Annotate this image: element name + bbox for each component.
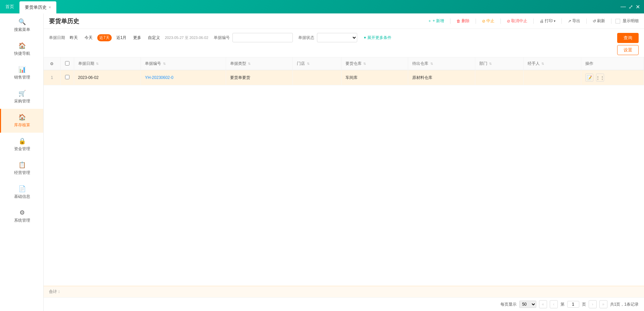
new-icon: ＋ xyxy=(428,18,432,24)
filter-fields: 单据日期 昨天 今天 近7天 近1月 更多 自定义 2023-05-27 至 2… xyxy=(49,33,612,42)
col-department: 部门 ⇅ xyxy=(475,57,523,70)
sidebar-item-finance-label: 资金管理 xyxy=(14,146,30,152)
select-all-checkbox[interactable] xyxy=(65,61,69,65)
prev-page-button[interactable]: ‹ xyxy=(550,300,558,308)
sidebar-item-basic-info[interactable]: 📄 基础信息 xyxy=(0,180,43,204)
sidebar-item-search-menu-label: 搜索菜单 xyxy=(14,27,30,33)
sidebar-item-basic-info-label: 基础信息 xyxy=(14,194,30,199)
purchase-icon: 🛒 xyxy=(18,90,26,97)
query-button[interactable]: 查询 xyxy=(617,33,639,43)
tab-home-label: 首页 xyxy=(5,4,14,10)
page-number-input[interactable] xyxy=(567,301,579,308)
refresh-label: 刷新 xyxy=(597,18,605,24)
display-detail-checkbox[interactable] xyxy=(615,19,620,24)
print-icon: 🖨 xyxy=(540,19,544,24)
sort-pending-warehouse-icon[interactable]: ⇅ xyxy=(430,62,433,65)
system-icon: ⚙ xyxy=(19,209,25,216)
export-button[interactable]: ↗ 导出 xyxy=(566,17,582,25)
row-index: 1 xyxy=(44,70,60,85)
sidebar-item-finance[interactable]: 🔒 资金管理 xyxy=(0,133,43,157)
page-size-select[interactable]: 10 20 50 100 xyxy=(519,301,536,308)
window-controls: — ⤢ ✕ xyxy=(621,4,644,10)
basic-info-icon: 📄 xyxy=(18,185,26,192)
sidebar-item-sales[interactable]: 📊 销售管理 xyxy=(0,61,43,85)
expand-more-button[interactable]: ▾ 展开更多条件 xyxy=(363,33,393,42)
doc-number-input[interactable] xyxy=(232,33,293,42)
date-tag-yesterday[interactable]: 昨天 xyxy=(68,34,80,41)
cancel-stop-icon: ⊘ xyxy=(507,19,510,24)
sidebar-item-inventory[interactable]: 🏠 库存核算 xyxy=(0,109,43,133)
date-range-display: 2023-05-27 至 2023-06-02 xyxy=(165,35,208,40)
tab-requisition-history[interactable]: 要货单历史 × xyxy=(19,1,56,13)
date-tag-more[interactable]: 更多 xyxy=(131,34,143,41)
window-close-icon[interactable]: ✕ xyxy=(636,4,640,10)
delete-button[interactable]: 🗑 删除 xyxy=(454,17,472,25)
table-container: ⚙ 单据日期 ⇅ 单据编号 ⇅ 单据类型 xyxy=(44,57,644,286)
inventory-icon: 🏠 xyxy=(18,114,26,121)
col-settings[interactable]: ⚙ xyxy=(44,57,60,70)
page-header: 要货单历史 ＋ + 新增 🗑 删除 ⊘ 中止 ⊘ xyxy=(44,13,644,29)
sort-doc-type-icon[interactable]: ⇅ xyxy=(248,62,251,65)
row-edit-icon[interactable]: 📝 xyxy=(585,74,593,82)
display-detail-button[interactable]: 显示明细 xyxy=(615,18,639,24)
doc-number-link[interactable]: YH-20230602-0 xyxy=(145,75,173,80)
print-button[interactable]: 🖨 打印 ▾ xyxy=(538,17,557,25)
sidebar: 🔍 搜索菜单 🏠 快捷导航 📊 销售管理 🛒 采购管理 🏠 库存核算 🔒 资金管… xyxy=(0,13,44,311)
row-store xyxy=(293,70,341,85)
sidebar-item-search-menu[interactable]: 🔍 搜索菜单 xyxy=(0,13,43,37)
sidebar-item-quick-nav[interactable]: 🏠 快捷导航 xyxy=(0,37,43,61)
sort-doc-number-icon[interactable]: ⇅ xyxy=(163,62,166,65)
stop-label: 中止 xyxy=(486,18,494,24)
table-row: 1 2023-06-02 YH-20230602-0 要货单要货 车间库 原材料… xyxy=(44,70,644,85)
divider-7 xyxy=(611,18,611,24)
last-page-button[interactable]: » xyxy=(599,300,607,308)
sort-req-warehouse-icon[interactable]: ⇅ xyxy=(363,62,366,65)
page-size-label: 每页显示 xyxy=(500,302,517,307)
expand-more-label: 展开更多条件 xyxy=(367,35,391,41)
sidebar-item-operation-label: 经营管理 xyxy=(14,170,30,176)
divider-4 xyxy=(533,18,534,24)
next-page-button[interactable]: › xyxy=(589,300,597,308)
first-page-button[interactable]: « xyxy=(539,300,547,308)
cancel-stop-button[interactable]: ⊘ 取消中止 xyxy=(505,17,529,25)
tab-requisition-history-label: 要货单历史 xyxy=(25,4,47,10)
filter-area: 单据日期 昨天 今天 近7天 近1月 更多 自定义 2023-05-27 至 2… xyxy=(44,29,644,57)
tab-close-icon[interactable]: × xyxy=(49,5,51,10)
doc-number-filter-group: 单据编号 xyxy=(214,33,293,42)
divider-6 xyxy=(586,18,587,24)
col-handler: 经手人 ⇅ xyxy=(523,57,581,70)
tab-home[interactable]: 首页 xyxy=(0,0,19,13)
delete-label: 删除 xyxy=(462,18,470,24)
window-resize-icon[interactable]: ⤢ xyxy=(629,4,633,10)
date-tag-1month[interactable]: 近1月 xyxy=(114,34,129,41)
col-pending-warehouse: 待出仓库 ⇅ xyxy=(408,57,475,70)
row-more-icon[interactable]: ⋮⋮ xyxy=(596,74,604,82)
window-minimize-icon[interactable]: — xyxy=(621,4,626,10)
quick-nav-icon: 🏠 xyxy=(18,42,26,49)
search-menu-icon: 🔍 xyxy=(18,18,26,26)
page-label: 第 xyxy=(560,302,565,307)
page-unit: 页 xyxy=(582,302,586,307)
new-label: + 新增 xyxy=(433,18,444,24)
row-select-checkbox[interactable] xyxy=(65,75,69,79)
sort-store-icon[interactable]: ⇅ xyxy=(307,62,310,65)
sidebar-item-operation[interactable]: 📋 经营管理 xyxy=(0,157,43,180)
col-store: 门店 ⇅ xyxy=(293,57,341,70)
sort-department-icon[interactable]: ⇅ xyxy=(489,62,492,65)
col-req-warehouse: 要货仓库 ⇅ xyxy=(341,57,408,70)
settings-button[interactable]: 设置 xyxy=(617,45,639,55)
date-filter-options: 昨天 今天 近7天 近1月 更多 自定义 xyxy=(68,34,162,41)
sort-doc-date-icon[interactable]: ⇅ xyxy=(96,62,99,65)
date-tag-custom[interactable]: 自定义 xyxy=(146,34,162,41)
content-area: 要货单历史 ＋ + 新增 🗑 删除 ⊘ 中止 ⊘ xyxy=(44,13,644,311)
refresh-button[interactable]: ↺ 刷新 xyxy=(591,17,607,25)
sidebar-item-purchase[interactable]: 🛒 采购管理 xyxy=(0,85,43,109)
stop-button[interactable]: ⊘ 中止 xyxy=(480,17,496,25)
sort-handler-icon[interactable]: ⇅ xyxy=(541,62,544,65)
col-checkbox xyxy=(60,57,74,70)
date-tag-today[interactable]: 今天 xyxy=(83,34,95,41)
new-button[interactable]: ＋ + 新增 xyxy=(426,17,446,25)
doc-status-select[interactable] xyxy=(317,33,357,42)
date-tag-7days[interactable]: 近7天 xyxy=(97,34,112,41)
sidebar-item-system[interactable]: ⚙ 系统管理 xyxy=(0,204,43,228)
